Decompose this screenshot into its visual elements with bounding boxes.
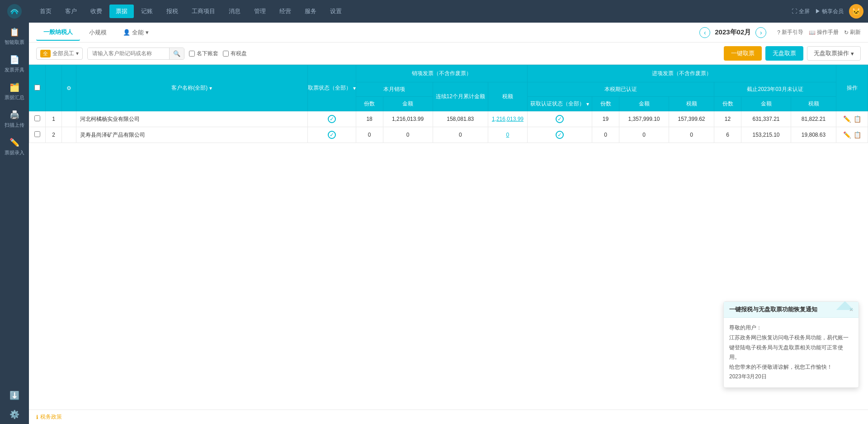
nav-home[interactable]: 首页 bbox=[33, 5, 58, 18]
next-month-button[interactable]: › bbox=[755, 27, 766, 38]
th-cert-status[interactable]: 获取认证状态（全部） ▾ bbox=[528, 97, 592, 111]
th-purch-count: 份数 bbox=[592, 97, 619, 111]
new-guide-button[interactable]: ? 新手引导 bbox=[777, 29, 803, 36]
row-purch-tax: 0 bbox=[669, 127, 714, 143]
nav-operation[interactable]: 经营 bbox=[273, 5, 297, 18]
member-button[interactable]: ▶ 畅享会员 bbox=[815, 8, 844, 15]
user-avatar[interactable]: 🐱 bbox=[849, 4, 863, 19]
th-purch-amount: 金额 bbox=[619, 97, 669, 111]
row-cert-status: ✓ bbox=[528, 127, 592, 143]
row-check-1[interactable] bbox=[34, 131, 40, 137]
cumulative-link[interactable]: 0 bbox=[506, 132, 509, 138]
search-button[interactable]: 🔍 bbox=[169, 48, 184, 59]
row-uncert-amount: 631,337.21 bbox=[741, 111, 791, 127]
prev-month-button[interactable]: ‹ bbox=[699, 27, 710, 38]
person-icon: 👤 bbox=[123, 29, 130, 36]
row-cert-status: ✓ bbox=[528, 111, 592, 127]
sidebar: 📋 智能取票 📄 发票开具 🗂️ 票据汇总 🖨️ 扫描上传 ✏️ 票据录入 ⬇️… bbox=[0, 0, 29, 424]
row-customer-name: 河北柯橘杨实业有限公司 bbox=[76, 111, 308, 127]
data-entry-icon: ✏️ bbox=[9, 138, 19, 148]
nav-customer[interactable]: 客户 bbox=[59, 5, 83, 18]
tab-small-scale[interactable]: 小规模 bbox=[82, 25, 114, 40]
th-purchase-group: 进项发票（不含作废票） bbox=[528, 65, 836, 82]
row-sales-count: 18 bbox=[356, 111, 383, 127]
table-row: 1 河北柯橘杨实业有限公司 ✓ 18 1,216,013.99 158,081.… bbox=[29, 111, 868, 127]
row-sales-count: 0 bbox=[356, 127, 383, 143]
notification-body: 尊敬的用户：江苏政务网已恢复访问电子税务局功能，易代账一键登陆电子税务局与无盘取… bbox=[724, 318, 859, 387]
cumulative-link[interactable]: 1,216,013.99 bbox=[492, 116, 524, 122]
row-settings bbox=[62, 127, 76, 143]
th-actions: 操作 bbox=[836, 65, 868, 111]
th-settings: ⚙ bbox=[62, 65, 76, 111]
sidebar-item-issue-invoice[interactable]: 📄 发票开具 bbox=[0, 50, 29, 78]
sidebar-logo bbox=[0, 0, 29, 23]
tab-all[interactable]: 👤 全能 ▾ bbox=[116, 25, 156, 40]
nav-billing[interactable]: 收费 bbox=[84, 5, 108, 18]
sidebar-item-smart-fetch[interactable]: 📋 智能取票 bbox=[0, 23, 29, 50]
row-fetch-status: ✓ bbox=[307, 127, 356, 143]
tab-right-actions: ? 新手引导 📖 操作手册 ↻ 刷新 bbox=[777, 29, 861, 36]
table-row: 2 灵寿县尚泽矿产品有限公司 ✓ 0 0 0 0 ✓ 0 0 0 6 153,2… bbox=[29, 127, 868, 143]
nav-accounting[interactable]: 记账 bbox=[135, 5, 159, 18]
row-checkbox[interactable] bbox=[29, 111, 46, 127]
copy-icon[interactable]: 📋 bbox=[854, 131, 861, 138]
nav-invoice[interactable]: 票据 bbox=[109, 5, 134, 18]
row-index: 2 bbox=[46, 127, 62, 143]
sidebar-item-download[interactable]: ⬇️ bbox=[0, 386, 29, 405]
download-icon: ⬇️ bbox=[9, 391, 19, 400]
copy-icon[interactable]: 📋 bbox=[854, 115, 861, 123]
employee-tag: 全 bbox=[40, 50, 51, 57]
sidebar-item-label: 票据汇总 bbox=[5, 94, 24, 101]
row-purch-tax: 157,399.62 bbox=[669, 111, 714, 127]
sidebar-bottom: ⬇️ ⚙️ bbox=[0, 386, 29, 424]
manual-button[interactable]: 📖 操作手册 bbox=[809, 29, 839, 36]
select-all-checkbox[interactable] bbox=[34, 85, 40, 91]
one-click-fetch-button[interactable]: 一键取票 bbox=[724, 46, 762, 61]
settings-icon: ⚙️ bbox=[9, 410, 19, 419]
tax-policy-icon: ℹ bbox=[36, 414, 38, 420]
sidebar-item-scan-upload[interactable]: 🖨️ 扫描上传 bbox=[0, 105, 29, 133]
row-cumulative-12m: 1,216,013.99 bbox=[488, 111, 527, 127]
filter-icon: ▾ bbox=[586, 101, 589, 107]
row-check-0[interactable] bbox=[34, 115, 40, 121]
fullscreen-button[interactable]: ⛶ 全屏 bbox=[792, 8, 809, 15]
name-account-checkbox[interactable]: 名下账套 bbox=[189, 50, 218, 57]
row-checkbox[interactable] bbox=[29, 127, 46, 143]
tab-general-taxpayer[interactable]: 一般纳税人 bbox=[36, 24, 80, 41]
cert-status-icon: ✓ bbox=[556, 131, 564, 139]
employee-select[interactable]: 全 全部员工 ▾ bbox=[36, 48, 83, 60]
nav-service[interactable]: 服务 bbox=[298, 5, 323, 18]
sidebar-item-invoice-summary[interactable]: 🗂️ 票据汇总 bbox=[0, 78, 29, 105]
name-account-check[interactable] bbox=[189, 51, 195, 57]
th-customer-name[interactable]: 客户名称(全部) ▾ bbox=[76, 65, 308, 111]
no-disk-fetch-button[interactable]: 无盘取票 bbox=[765, 46, 803, 61]
nav-management[interactable]: 管理 bbox=[248, 5, 272, 18]
row-index: 1 bbox=[46, 111, 62, 127]
no-disk-ops-button[interactable]: 无盘取票操作 ▾ bbox=[807, 46, 861, 61]
scan-upload-icon: 🖨️ bbox=[9, 110, 19, 120]
fetch-status-icon: ✓ bbox=[328, 115, 336, 123]
edit-icon[interactable]: ✏️ bbox=[843, 131, 851, 138]
chevron-down-icon: ▾ bbox=[851, 50, 854, 57]
refresh-button[interactable]: ↻ 刷新 bbox=[844, 29, 861, 36]
edit-icon[interactable]: ✏️ bbox=[843, 115, 851, 123]
sidebar-item-data-entry[interactable]: ✏️ 票据录入 bbox=[0, 133, 29, 161]
sidebar-item-settings[interactable]: ⚙️ bbox=[0, 405, 29, 424]
th-fetch-status[interactable]: 取票状态（全部） ▾ bbox=[307, 65, 356, 111]
month-navigation: ‹ 2023年02月 › bbox=[699, 27, 766, 38]
row-purch-amount: 1,357,999.10 bbox=[619, 111, 669, 127]
nav-tax[interactable]: 报税 bbox=[160, 5, 184, 18]
tax-disk-check[interactable] bbox=[223, 51, 229, 57]
nav-message[interactable]: 消息 bbox=[222, 5, 247, 18]
nav-settings-top[interactable]: 设置 bbox=[324, 5, 348, 18]
employee-label: 全部员工 bbox=[52, 50, 74, 57]
tax-policy-link[interactable]: 税务政策 bbox=[40, 413, 62, 421]
search-input[interactable] bbox=[88, 48, 169, 59]
notification-title: 一键报税与无盘取票功能恢复通知 bbox=[729, 305, 817, 314]
th-sales-group: 销项发票（不含作废票） bbox=[356, 65, 527, 82]
filter-icon: ▾ bbox=[353, 85, 356, 91]
sidebar-item-label: 智能取票 bbox=[5, 39, 24, 46]
tax-disk-checkbox[interactable]: 有税盘 bbox=[223, 50, 247, 57]
th-uncert-tax: 税额 bbox=[791, 97, 836, 111]
nav-business[interactable]: 工商项目 bbox=[185, 5, 222, 18]
